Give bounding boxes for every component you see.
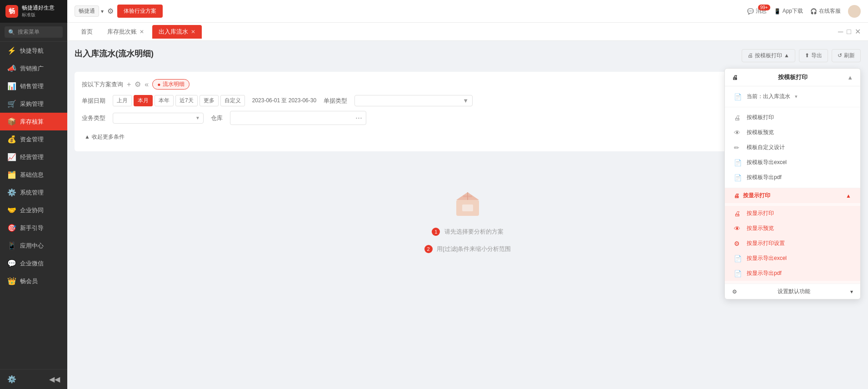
tab-flow-close[interactable]: ✕ (191, 29, 195, 35)
window-minimize-icon[interactable]: ─ (838, 28, 843, 36)
user-name-display[interactable]: 畅捷通 (75, 5, 99, 17)
sidebar-item-system[interactable]: ⚙️系统管理 (0, 184, 67, 201)
page-header: 出入库流水(流水明细) 🖨 按模板打印 ▲ ⬆ 导出 ↺ 刷新 (75, 48, 861, 66)
filter-collapse-icon[interactable]: « (145, 80, 149, 89)
sidebar-item-app-center[interactable]: 📱应用中心 (0, 237, 67, 254)
window-close-icon[interactable]: ✕ (855, 27, 861, 36)
sidebar-item-cooperation[interactable]: 🤝企业协同 (0, 201, 67, 219)
print-dropdown-panel: 🖨 按模板打印 ▲ 📄 当前：出入库流水 ▾ 🖨 按模板打印 � (724, 68, 861, 299)
avatar[interactable] (848, 5, 861, 18)
collapse-sidebar-icon[interactable]: ◀◀ (49, 375, 60, 384)
display-pdf-icon: 📄 (734, 270, 742, 277)
dropdown-display-settings[interactable]: ⚙ 按显示打印设置 (725, 236, 860, 251)
sidebar-item-sales[interactable]: 📊销售管理 (0, 77, 67, 95)
dropdown-template-print[interactable]: 🖨 按模板打印 (725, 110, 860, 125)
industry-solution-button[interactable]: 体验行业方案 (117, 5, 163, 18)
dropdown-chevron-up[interactable]: ▲ (847, 74, 853, 81)
current-doc-icon: 📄 (734, 93, 742, 100)
template-custom-label: 模板自定义设计 (747, 144, 785, 151)
tab-batch-close[interactable]: ✕ (140, 29, 144, 35)
date-range-display: 2023-06-01 至 2023-06-30 (252, 97, 316, 105)
dropdown-display-header[interactable]: 🖨 按显示打印 ▲ (725, 188, 860, 203)
message-button[interactable]: 💬 消息 99+ (747, 7, 767, 15)
warehouse-more-icon[interactable]: ··· (355, 113, 362, 123)
biz-type-select-wrap[interactable] (113, 113, 204, 124)
sidebar-item-marketing[interactable]: 📣营销推广 (0, 60, 67, 77)
dropdown-display-export-excel[interactable]: 📄 按显示导出excel (725, 251, 860, 266)
logo-title: 畅捷通好生意 (22, 5, 55, 12)
template-excel-icon: 📄 (734, 159, 742, 166)
date-label: 单据日期 (82, 97, 105, 105)
date-btn-this-month[interactable]: 本月 (134, 95, 153, 106)
inventory-icon: 📦 (7, 117, 16, 126)
sidebar-item-inventory[interactable]: 📦库存核算 (0, 113, 67, 130)
basic-icon: 🗂️ (7, 170, 16, 179)
sidebar-item-label: 新手引导 (20, 224, 44, 232)
printer-header-icon: 🖨 (732, 74, 738, 81)
display-print-label: 按显示打印 (747, 209, 774, 217)
refresh-button[interactable]: ↺ 刷新 (832, 49, 861, 62)
sidebar-item-label: 经营管理 (20, 153, 44, 161)
date-btn-custom[interactable]: 自定义 (220, 95, 245, 106)
operation-icon: 📈 (7, 153, 16, 161)
filter-tag[interactable]: ● 流水明细 (152, 79, 189, 90)
topbar-gear-icon[interactable]: ⚙ (107, 7, 114, 15)
window-maximize-icon[interactable]: □ (847, 28, 851, 36)
template-preview-icon: 👁 (734, 129, 742, 136)
search-input-wrap[interactable]: 🔍 搜索菜单 (5, 26, 63, 38)
sidebar-item-purchase[interactable]: 🛒采购管理 (0, 95, 67, 113)
service-label: 在线客服 (819, 7, 841, 15)
page-content: 出入库流水(流水明细) 🖨 按模板打印 ▲ ⬆ 导出 ↺ 刷新 (67, 41, 868, 389)
doc-type-dropdown-icon[interactable]: ▼ (463, 97, 469, 104)
collapse-button[interactable]: ▲ 收起更多条件 (82, 130, 127, 144)
dropdown-template-custom[interactable]: ✏ 模板自定义设计 (725, 140, 860, 155)
filter-config-icon[interactable]: ⚙ (135, 80, 141, 89)
user-dropdown-icon[interactable]: ▾ (101, 8, 104, 15)
date-buttons: 上月 本月 本年 近7天 更多 自定义 (113, 95, 245, 106)
template-custom-icon: ✏ (734, 144, 742, 151)
sidebar-item-basic[interactable]: 🗂️基础信息 (0, 166, 67, 184)
doc-type-select-wrap[interactable]: ▼ (354, 95, 473, 106)
tab-flow[interactable]: 出入库流水 ✕ (152, 25, 202, 39)
sidebar-item-member[interactable]: 👑畅会员 (0, 272, 67, 290)
sidebar-item-wechat[interactable]: 💬企业微信 (0, 254, 67, 272)
filter-tag-label: 流水明细 (163, 80, 185, 88)
export-button[interactable]: ⬆ 导出 (799, 49, 828, 62)
filter-add-icon[interactable]: + (127, 80, 131, 89)
topbar-left: 畅捷通 ▾ ⚙ 体验行业方案 (75, 5, 742, 18)
print-button[interactable]: 🖨 按模板打印 ▲ (742, 49, 795, 62)
dropdown-template-preview[interactable]: 👁 按模板预览 (725, 125, 860, 140)
dropdown-template-export-excel[interactable]: 📄 按模板导出excel (725, 155, 860, 170)
dropdown-template-export-pdf[interactable]: 📄 按模板导出pdf (725, 170, 860, 185)
dropdown-current-item[interactable]: 📄 当前：出入库流水 ▾ (725, 89, 860, 104)
date-btn-more[interactable]: 更多 (200, 95, 219, 106)
sidebar-item-label: 应用中心 (20, 242, 44, 250)
date-btn-7days[interactable]: 近7天 (175, 95, 198, 106)
sidebar-item-quick-nav[interactable]: ⚡快捷导航 (0, 42, 67, 60)
search-icon: 🔍 (8, 29, 15, 35)
tab-home-label: 首页 (81, 28, 93, 36)
dropdown-display-preview[interactable]: 👁 按显示预览 (725, 221, 860, 236)
date-btn-this-year[interactable]: 本年 (155, 95, 174, 106)
sidebar-bottom: ⚙️ ◀◀ (0, 369, 67, 389)
warehouse-input-wrap[interactable]: ··· (230, 111, 366, 125)
display-print-header-label: 按显示打印 (743, 192, 770, 199)
sidebar-item-finance[interactable]: 💰资金管理 (0, 130, 67, 148)
dropdown-display-export-pdf[interactable]: 📄 按显示导出pdf (725, 266, 860, 281)
tab-batch[interactable]: 库存批次账 ✕ (101, 25, 150, 39)
sidebar-item-label: 库存核算 (20, 118, 44, 126)
dropdown-footer[interactable]: ⚙ 设置默认功能 ▾ (725, 284, 860, 299)
sidebar-item-label: 资金管理 (20, 135, 44, 144)
settings-icon[interactable]: ⚙️ (7, 375, 16, 384)
biz-type-select[interactable] (113, 113, 204, 124)
dropdown-display-print[interactable]: 🖨 按显示打印 (725, 206, 860, 221)
app-download-button[interactable]: 📱 App下载 (774, 7, 803, 15)
display-section-collapse-icon[interactable]: ▲ (846, 193, 851, 199)
sidebar-item-guide[interactable]: 🎯新手引导 (0, 219, 67, 237)
date-btn-last-month[interactable]: 上月 (113, 95, 132, 106)
online-service-button[interactable]: 🎧 在线客服 (810, 7, 841, 15)
sidebar-search-area[interactable]: 🔍 搜索菜单 (0, 23, 67, 42)
sidebar-item-operation[interactable]: 📈经营管理 (0, 148, 67, 166)
tab-home[interactable]: 首页 (75, 25, 99, 39)
display-excel-label: 按显示导出excel (747, 254, 787, 262)
